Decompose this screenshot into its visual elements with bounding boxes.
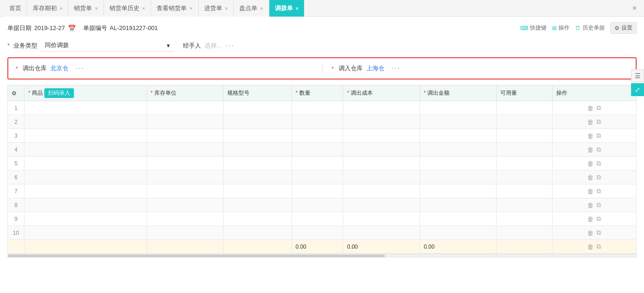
delete-row-button[interactable]: 🗑 — [587, 160, 594, 167]
unit-cell[interactable] — [146, 129, 223, 143]
cost-cell[interactable] — [343, 129, 420, 143]
business-type-select[interactable]: 同价调拨 ▾ — [41, 39, 174, 52]
spec-cell[interactable] — [223, 198, 292, 212]
close-tab-inventory-check[interactable]: × — [260, 6, 263, 11]
copy-row-button[interactable]: ⧉ — [596, 173, 601, 181]
amount-cell[interactable] — [420, 184, 497, 198]
product-cell[interactable] — [24, 115, 147, 129]
delete-row-button[interactable]: 🗑 — [587, 146, 594, 153]
target-warehouse-more-icon[interactable]: ··· — [392, 64, 401, 73]
product-cell[interactable] — [24, 198, 147, 212]
tab-home[interactable]: 首页 — [4, 0, 27, 17]
cost-cell[interactable] — [343, 171, 420, 184]
operator-placeholder[interactable]: 选择... — [205, 42, 222, 50]
copy-row-button[interactable]: ⧉ — [596, 104, 601, 112]
close-tab-transfer[interactable]: × — [296, 6, 298, 11]
tab-sales-order[interactable]: 销货单 × — [68, 0, 103, 17]
amount-cell[interactable] — [420, 129, 497, 143]
spec-cell[interactable] — [223, 157, 292, 171]
spec-cell[interactable] — [223, 115, 292, 129]
tab-sales-history[interactable]: 销货单历史 × — [104, 0, 151, 17]
delete-row-button[interactable]: 🗑 — [587, 174, 594, 181]
cost-cell[interactable] — [343, 226, 420, 240]
unit-cell[interactable] — [146, 198, 223, 212]
close-tab-sales-history[interactable]: × — [142, 6, 145, 11]
sidebar-expand-icon[interactable]: ⤢ — [631, 83, 644, 96]
close-tab-inventory-init[interactable]: × — [60, 6, 62, 11]
scrollbar-thumb[interactable] — [8, 255, 385, 257]
unit-cell[interactable] — [146, 226, 223, 240]
copy-row-button[interactable]: ⧉ — [596, 118, 601, 126]
column-settings[interactable]: ⚙ — [8, 85, 24, 101]
spec-cell[interactable] — [223, 184, 292, 198]
cost-cell[interactable] — [343, 115, 420, 129]
product-cell[interactable] — [24, 157, 147, 171]
source-warehouse-more-icon[interactable]: ··· — [76, 64, 85, 73]
delete-row-button[interactable]: 🗑 — [587, 243, 594, 250]
spec-cell[interactable] — [223, 101, 292, 115]
product-cell[interactable] — [24, 184, 147, 198]
amount-cell[interactable] — [420, 143, 497, 157]
copy-row-button[interactable]: ⧉ — [596, 215, 601, 223]
cost-cell[interactable] — [343, 101, 420, 115]
tab-inventory-check[interactable]: 盘点单 × — [234, 0, 269, 17]
copy-row-button[interactable]: ⧉ — [596, 159, 601, 167]
qty-cell[interactable] — [292, 129, 343, 143]
product-cell[interactable] — [24, 226, 147, 240]
spec-cell[interactable] — [223, 226, 292, 240]
delete-row-button[interactable]: 🗑 — [587, 229, 594, 237]
product-cell[interactable] — [24, 101, 147, 115]
calendar-icon[interactable]: 📅 — [68, 24, 76, 32]
copy-row-button[interactable]: ⧉ — [596, 229, 601, 237]
cost-cell[interactable] — [343, 157, 420, 171]
cost-cell[interactable] — [343, 198, 420, 212]
amount-cell[interactable] — [420, 101, 497, 115]
close-all-tabs-button[interactable]: × — [629, 4, 640, 12]
copy-row-button[interactable]: ⧉ — [596, 132, 601, 140]
delete-row-button[interactable]: 🗑 — [587, 118, 594, 126]
qty-cell[interactable] — [292, 226, 343, 240]
amount-cell[interactable] — [420, 226, 497, 240]
target-warehouse-value[interactable]: 上海仓 — [366, 64, 384, 73]
cost-cell[interactable] — [343, 143, 420, 157]
qty-cell[interactable] — [292, 157, 343, 171]
delete-row-button[interactable]: 🗑 — [587, 188, 594, 195]
tab-purchase[interactable]: 进货单 × — [199, 0, 234, 17]
copy-row-button[interactable]: ⧉ — [596, 146, 601, 153]
unit-cell[interactable] — [146, 157, 223, 171]
amount-cell[interactable] — [420, 212, 497, 226]
tab-view-sales[interactable]: 查看销货单 × — [151, 0, 198, 17]
tab-transfer[interactable]: 调拨单 × — [269, 0, 304, 17]
product-cell[interactable] — [24, 129, 147, 143]
qty-cell[interactable] — [292, 212, 343, 226]
spec-cell[interactable] — [223, 143, 292, 157]
close-tab-sales-order[interactable]: × — [95, 6, 97, 11]
close-tab-purchase[interactable]: × — [225, 6, 228, 11]
spec-cell[interactable] — [223, 129, 292, 143]
product-cell[interactable] — [24, 171, 147, 184]
history-action[interactable]: 🗒 历史单据 — [575, 24, 605, 32]
operation-action[interactable]: ⊞ 操作 — [552, 24, 570, 32]
unit-cell[interactable] — [146, 171, 223, 184]
cost-cell[interactable] — [343, 184, 420, 198]
qty-cell[interactable] — [292, 101, 343, 115]
amount-cell[interactable] — [420, 171, 497, 184]
amount-cell[interactable] — [420, 115, 497, 129]
qty-cell[interactable] — [292, 184, 343, 198]
unit-cell[interactable] — [146, 184, 223, 198]
qty-cell[interactable] — [292, 198, 343, 212]
qty-cell[interactable] — [292, 115, 343, 129]
copy-row-button[interactable]: ⧉ — [596, 187, 601, 195]
unit-cell[interactable] — [146, 101, 223, 115]
qty-cell[interactable] — [292, 171, 343, 184]
shortcut-action[interactable]: ⌨ 快捷键 — [520, 24, 547, 32]
tab-inventory-init[interactable]: 库存期初 × — [27, 0, 68, 17]
amount-cell[interactable] — [420, 198, 497, 212]
close-tab-view-sales[interactable]: × — [189, 6, 192, 11]
spec-cell[interactable] — [223, 212, 292, 226]
copy-row-button[interactable]: ⧉ — [596, 243, 601, 250]
delete-row-button[interactable]: 🗑 — [587, 132, 594, 140]
scan-button[interactable]: 扫码录入 — [44, 88, 74, 98]
qty-cell[interactable] — [292, 143, 343, 157]
delete-row-button[interactable]: 🗑 — [587, 201, 594, 209]
